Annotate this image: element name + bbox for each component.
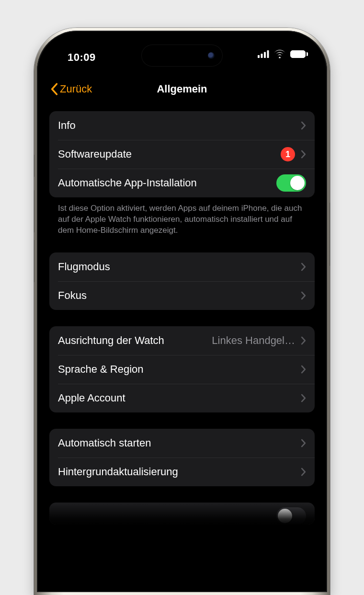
row-apple-account[interactable]: Apple Account xyxy=(49,384,315,412)
row-label: Ausrichtung der Watch xyxy=(58,334,164,347)
iphone-device-frame: 10:09 Zurück Allgemein xyxy=(34,28,330,595)
phone-screen: 10:09 Zurück Allgemein xyxy=(42,35,322,587)
row-label: Sprache & Region xyxy=(58,363,144,376)
row-auto-app-install: Automatische App-Installation xyxy=(49,169,315,197)
chevron-right-icon xyxy=(301,336,306,345)
row-label: Softwareupdate xyxy=(58,148,132,160)
cellular-icon xyxy=(258,50,269,58)
chevron-right-icon xyxy=(301,263,306,271)
row-focus[interactable]: Fokus xyxy=(49,281,315,310)
chevron-right-icon xyxy=(301,439,306,447)
svg-rect-1 xyxy=(261,54,263,58)
row-auto-start[interactable]: Automatisch starten xyxy=(49,429,315,458)
navigation-bar: Zurück Allgemein xyxy=(42,76,322,103)
row-language-region[interactable]: Sprache & Region xyxy=(49,355,315,384)
chevron-right-icon xyxy=(301,291,306,300)
phone-bezel: 10:09 Zurück Allgemein xyxy=(37,31,327,592)
group-footer-note: Ist diese Option aktiviert, werden Apps … xyxy=(49,197,315,236)
row-airplane-mode[interactable]: Flugmodus xyxy=(49,252,315,281)
row-label: Fokus xyxy=(58,289,87,302)
settings-content[interactable]: Info Softwareupdate 1 Automatische App-I… xyxy=(42,103,322,587)
row-label: Apple Account xyxy=(58,392,125,404)
chevron-right-icon xyxy=(301,468,306,476)
back-label: Zurück xyxy=(60,83,92,95)
row-value: Linkes Handgel… xyxy=(212,334,295,347)
settings-group-automation: Automatisch starten Hintergrundaktualisi… xyxy=(49,429,315,486)
row-label: Flugmodus xyxy=(58,261,110,273)
chevron-right-icon xyxy=(301,150,306,159)
chevron-right-icon xyxy=(301,365,306,374)
chevron-left-icon xyxy=(50,83,58,95)
partial-toggle[interactable] xyxy=(276,507,306,525)
wifi-icon xyxy=(274,50,285,58)
settings-group-general: Info Softwareupdate 1 Automatische App-I… xyxy=(49,111,315,197)
page-title: Allgemein xyxy=(157,83,207,95)
chevron-right-icon xyxy=(301,394,306,402)
chevron-right-icon xyxy=(301,121,306,130)
row-label: Automatisch starten xyxy=(58,437,151,449)
svg-rect-3 xyxy=(267,50,269,58)
back-button[interactable]: Zurück xyxy=(50,83,92,95)
status-bar: 10:09 xyxy=(42,35,322,76)
svg-rect-0 xyxy=(258,55,260,58)
row-background-refresh[interactable]: Hintergrundaktualisierung xyxy=(49,458,315,486)
image-canvas: 10:09 Zurück Allgemein xyxy=(0,0,364,595)
auto-install-toggle[interactable] xyxy=(276,174,306,192)
row-info[interactable]: Info xyxy=(49,111,315,140)
battery-icon xyxy=(290,50,308,58)
row-label: Info xyxy=(58,119,76,132)
svg-rect-2 xyxy=(264,52,266,58)
row-partial[interactable] xyxy=(49,503,315,525)
row-software-update[interactable]: Softwareupdate 1 xyxy=(49,140,315,169)
row-label: Automatische App-Installation xyxy=(58,177,197,189)
settings-group-modes: Flugmodus Fokus xyxy=(49,252,315,310)
status-time: 10:09 xyxy=(68,51,96,64)
settings-group-watch: Ausrichtung der Watch Linkes Handgel… Sp… xyxy=(49,326,315,412)
settings-group-partial xyxy=(49,503,315,525)
row-watch-orientation[interactable]: Ausrichtung der Watch Linkes Handgel… xyxy=(49,326,315,355)
row-label: Hintergrundaktualisierung xyxy=(58,466,178,478)
notification-badge: 1 xyxy=(281,147,295,161)
